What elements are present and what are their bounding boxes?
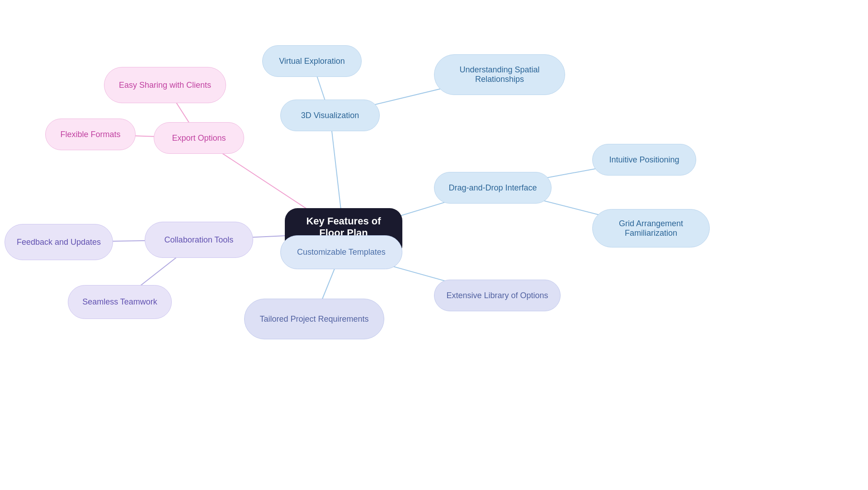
- seamless-teamwork-node: Seamless Teamwork: [68, 285, 172, 319]
- flexible-formats-node: Flexible Formats: [45, 119, 136, 150]
- virtual-label: Virtual Exploration: [279, 57, 345, 66]
- easy-sharing-node: Easy Sharing with Clients: [104, 67, 226, 103]
- library-label: Extensive Library of Options: [446, 291, 548, 300]
- sharing-label: Easy Sharing with Clients: [119, 81, 211, 90]
- 3d-visualization-node: 3D Visualization: [280, 100, 380, 131]
- intuitive-positioning-node: Intuitive Positioning: [592, 144, 696, 176]
- collab-label: Collaboration Tools: [165, 235, 234, 245]
- tailored-requirements-node: Tailored Project Requirements: [244, 299, 384, 339]
- collaboration-tools-node: Collaboration Tools: [145, 222, 253, 258]
- export-label: Export Options: [172, 133, 226, 143]
- export-options-node: Export Options: [154, 122, 244, 154]
- grid-arrangement-node: Grid Arrangement Familiarization: [592, 209, 710, 247]
- feedback-label: Feedback and Updates: [17, 238, 101, 247]
- grid-label: Grid Arrangement Familiarization: [619, 219, 683, 238]
- virtual-exploration-node: Virtual Exploration: [262, 45, 362, 77]
- flexible-label: Flexible Formats: [60, 130, 120, 139]
- customizable-templates-node: Customizable Templates: [280, 235, 402, 269]
- spatial-relationships-node: Understanding Spatial Relationships: [434, 54, 565, 95]
- feedback-updates-node: Feedback and Updates: [5, 224, 113, 260]
- extensive-library-node: Extensive Library of Options: [434, 280, 561, 311]
- tailored-label: Tailored Project Requirements: [259, 314, 368, 324]
- intuitive-label: Intuitive Positioning: [609, 155, 679, 165]
- spatial-label: Understanding Spatial Relationships: [459, 65, 539, 84]
- drag-drop-node: Drag-and-Drop Interface: [434, 172, 552, 204]
- drag-label: Drag-and-Drop Interface: [448, 183, 537, 193]
- teamwork-label: Seamless Teamwork: [82, 297, 157, 307]
- 3d-label: 3D Visualization: [301, 111, 359, 120]
- custom-label: Customizable Templates: [297, 247, 386, 257]
